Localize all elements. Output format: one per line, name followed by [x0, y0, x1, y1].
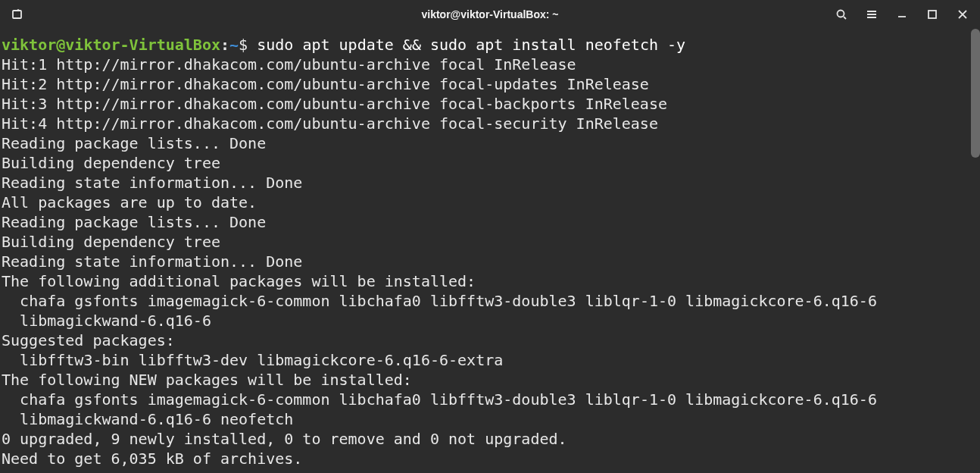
output-line: Building dependency tree — [2, 153, 977, 173]
window-title: viktor@viktor-VirtualBox: ~ — [421, 8, 558, 20]
prompt-at: @ — [56, 36, 65, 54]
prompt-host: viktor-VirtualBox — [65, 36, 220, 54]
output-line: Hit:3 http://mirror.dhakacom.com/ubuntu-… — [2, 94, 977, 114]
prompt-dollar: $ — [239, 36, 257, 54]
titlebar: viktor@viktor-VirtualBox: ~ — [0, 0, 980, 29]
svg-rect-0 — [13, 11, 21, 18]
terminal-output[interactable]: viktor@viktor-VirtualBox:~$ sudo apt upd… — [0, 29, 980, 473]
minimize-icon[interactable] — [895, 8, 909, 21]
terminal-window: viktor@viktor-VirtualBox: ~ viktor@vikto… — [0, 0, 980, 473]
search-icon[interactable] — [835, 8, 848, 21]
output-line: The following additional packages will b… — [2, 271, 977, 291]
output-line: Hit:2 http://mirror.dhakacom.com/ubuntu-… — [2, 74, 977, 94]
output-line: libmagickwand-6.q16-6 neofetch — [2, 409, 977, 429]
output-line: Need to get 6,035 kB of archives. — [2, 449, 977, 468]
output-line: Hit:4 http://mirror.dhakacom.com/ubuntu-… — [2, 114, 977, 133]
output-line: Suggested packages: — [2, 330, 977, 350]
prompt-path: ~ — [229, 36, 239, 54]
close-icon[interactable] — [956, 8, 969, 21]
prompt-user: viktor — [2, 36, 56, 54]
svg-point-1 — [838, 11, 844, 17]
titlebar-right — [835, 8, 969, 21]
titlebar-left — [11, 8, 24, 21]
hamburger-menu-icon[interactable] — [865, 8, 879, 21]
output-line: chafa gsfonts imagemagick-6-common libch… — [2, 390, 977, 409]
terminal-area: viktor@viktor-VirtualBox:~$ sudo apt upd… — [0, 29, 980, 473]
new-tab-icon[interactable] — [11, 8, 24, 21]
output-line: Reading package lists... Done — [2, 212, 977, 232]
prompt-colon: : — [220, 36, 229, 54]
output-line: The following NEW packages will be insta… — [2, 370, 977, 390]
output-line: libfftw3-bin libfftw3-dev libmagickcore-… — [2, 350, 977, 370]
maximize-icon[interactable] — [925, 8, 939, 21]
command-text: sudo apt update && sudo apt install neof… — [257, 36, 685, 54]
prompt-line: viktor@viktor-VirtualBox:~$ sudo apt upd… — [2, 35, 977, 55]
output-line: Hit:1 http://mirror.dhakacom.com/ubuntu-… — [2, 55, 977, 74]
svg-rect-2 — [929, 11, 936, 18]
output-line: Reading package lists... Done — [2, 133, 977, 153]
output-line: Building dependency tree — [2, 232, 977, 252]
output-line: Reading state information... Done — [2, 252, 977, 271]
output-line: 0 upgraded, 9 newly installed, 0 to remo… — [2, 429, 977, 449]
scrollbar-thumb[interactable] — [971, 29, 980, 158]
output-line: All packages are up to date. — [2, 193, 977, 212]
output-line: Reading state information... Done — [2, 173, 977, 193]
output-line: chafa gsfonts imagemagick-6-common libch… — [2, 291, 977, 311]
output-line: libmagickwand-6.q16-6 — [2, 311, 977, 330]
